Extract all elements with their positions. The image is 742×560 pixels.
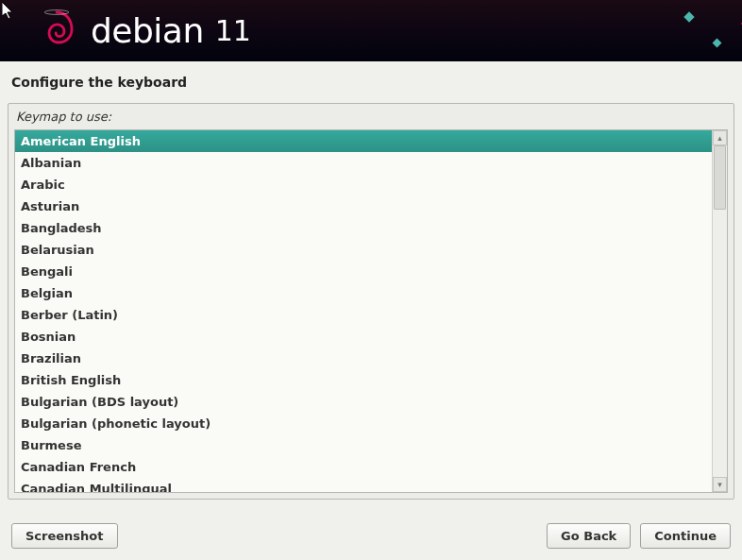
scroll-thumb[interactable]	[714, 145, 726, 210]
keymap-item[interactable]: Bulgarian (phonetic layout)	[15, 413, 712, 434]
keymap-item[interactable]: Belgian	[15, 282, 712, 304]
keymap-item[interactable]: Belarusian	[15, 239, 712, 261]
installer-header: debian 11	[0, 0, 742, 61]
brand-name: debian	[91, 11, 204, 50]
keymap-item[interactable]: British English	[15, 369, 712, 391]
keymap-item[interactable]: Arabic	[15, 174, 712, 195]
keymap-item[interactable]: Bosnian	[15, 326, 712, 348]
nav-button-group: Go Back Continue	[547, 523, 731, 549]
keymap-item[interactable]: American English	[15, 130, 712, 152]
button-bar: Screenshot Go Back Continue	[11, 523, 731, 549]
continue-button[interactable]: Continue	[640, 523, 731, 549]
keymap-item[interactable]: Berber (Latin)	[15, 304, 712, 326]
keymap-item[interactable]: Brazilian	[15, 348, 712, 369]
go-back-button[interactable]: Go Back	[547, 523, 631, 549]
keymap-item[interactable]: Asturian	[15, 195, 712, 217]
keymap-item[interactable]: Albanian	[15, 152, 712, 174]
keymap-list-container: American EnglishAlbanianArabicAsturianBa…	[14, 129, 728, 493]
content-frame: Keymap to use: American EnglishAlbanianA…	[8, 103, 734, 500]
page-title: Configure the keyboard	[0, 61, 742, 99]
brand-version: 11	[215, 14, 251, 47]
keymap-list[interactable]: American EnglishAlbanianArabicAsturianBa…	[15, 130, 712, 492]
debian-swirl-icon	[38, 8, 76, 54]
scroll-down-icon[interactable]: ▾	[713, 477, 727, 492]
keymap-label: Keymap to use:	[8, 104, 734, 129]
keymap-item[interactable]: Canadian Multilingual	[15, 478, 712, 492]
keymap-item[interactable]: Bangladesh	[15, 217, 712, 239]
keymap-item[interactable]: Bengali	[15, 261, 712, 282]
keymap-item[interactable]: Canadian French	[15, 456, 712, 478]
keymap-item[interactable]: Burmese	[15, 434, 712, 456]
screenshot-button[interactable]: Screenshot	[11, 523, 118, 549]
keymap-item[interactable]: Bulgarian (BDS layout)	[15, 391, 712, 413]
scrollbar[interactable]: ▴ ▾	[712, 130, 727, 492]
scroll-up-icon[interactable]: ▴	[713, 130, 727, 145]
